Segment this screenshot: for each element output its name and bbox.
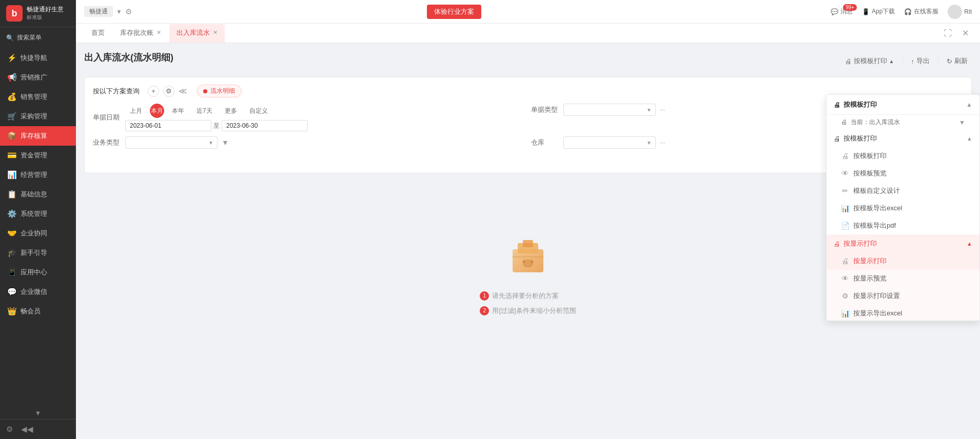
sidebar-item-app-center[interactable]: 📱 应用中心: [0, 263, 76, 282]
display-section-icon: 🖨: [834, 240, 840, 248]
trial-solution-button[interactable]: 体验行业方案: [427, 5, 481, 19]
date-from-input[interactable]: [125, 120, 211, 131]
empty-text: 1 请先选择要分析的方案 2 用[过滤]条件来缩小分析范围: [480, 290, 576, 317]
sidebar-item-vip[interactable]: 👑 畅会员: [0, 302, 76, 321]
tab-home[interactable]: 首页: [84, 24, 112, 43]
close-window-icon[interactable]: ✕: [959, 27, 972, 39]
user-name-display: 畅捷通: [84, 6, 113, 17]
date-shortcut-this-month[interactable]: 本月: [150, 104, 164, 118]
business-type-field: 业务类型 ▼: [93, 136, 525, 149]
business-type-chevron-icon[interactable]: ▼: [222, 138, 229, 147]
finance-icon: 💳: [7, 151, 16, 160]
add-filter-button[interactable]: +: [148, 86, 159, 97]
sidebar-item-inventory[interactable]: 📦 库存核算: [0, 126, 76, 146]
date-shortcut-custom[interactable]: 自定义: [245, 105, 272, 117]
date-shortcut-more[interactable]: 更多: [220, 105, 242, 117]
sidebar-item-guide[interactable]: 🎓 新手引导: [0, 243, 76, 263]
dropdown-item-template-preview[interactable]: 👁 按模板预览: [827, 165, 979, 182]
sidebar-item-enterprise[interactable]: 🤝 企业协同: [0, 224, 76, 243]
collapse-sidebar-icon[interactable]: ◀◀: [21, 425, 33, 434]
refresh-icon: ↻: [947, 57, 952, 65]
dropdown-header: 🖨 按模板打印 ▲: [827, 95, 979, 115]
display-section-chevron-icon: ▲: [967, 241, 972, 247]
date-shortcut-7days[interactable]: 近7天: [192, 105, 217, 117]
export-button[interactable]: ↑ 导出: [907, 54, 934, 68]
date-shortcut-last-month[interactable]: 上月: [125, 105, 147, 117]
dropdown-item-display-print[interactable]: 🖨 按显示打印: [827, 252, 979, 270]
avatar: [948, 5, 962, 19]
sidebar-item-basic[interactable]: 📋 基础信息: [0, 185, 76, 204]
sidebar-item-finance[interactable]: 💳 资金管理: [0, 146, 76, 165]
user-dropdown-chevron-icon[interactable]: ▼: [116, 8, 122, 15]
sidebar-search-area[interactable]: 🔍 搜索菜单: [0, 27, 76, 48]
dropdown-item-template-export-pdf[interactable]: 📄 按模板导出pdf: [827, 217, 979, 234]
purchase-icon: 🛒: [7, 112, 16, 121]
dropdown-item-display-print-settings[interactable]: ⚙ 按显示打印设置: [827, 287, 979, 305]
display-preview-icon: 👁: [841, 274, 849, 283]
refresh-button[interactable]: ↻ 刷新: [943, 54, 972, 68]
display-excel-icon: 📊: [841, 309, 849, 317]
settings-icon[interactable]: ⚙: [6, 425, 13, 434]
sidebar-item-operations[interactable]: 📊 经营管理: [0, 165, 76, 185]
dropdown-print-icon: 🖨: [834, 101, 840, 109]
dropdown-item-template-print[interactable]: 🖨 按模板打印: [827, 147, 979, 165]
filter-tag[interactable]: 流水明细: [197, 85, 242, 97]
sales-icon: 💰: [7, 92, 16, 102]
dropdown-template-header[interactable]: 🖨 按模板打印 ▲: [827, 130, 979, 147]
date-to-input[interactable]: [222, 120, 308, 131]
dropdown-item-template-customize[interactable]: ✏ 模板自定义设计: [827, 182, 979, 199]
tab-batch[interactable]: 库存批次账 ✕: [113, 24, 168, 43]
date-shortcut-this-year[interactable]: 本年: [167, 105, 189, 117]
dropdown-current-chevron-icon[interactable]: ▼: [959, 119, 965, 126]
dropdown-header-right: ▲: [966, 101, 972, 108]
dropdown-item-display-preview[interactable]: 👁 按显示预览: [827, 270, 979, 287]
dropdown-display-header[interactable]: 🖨 按显示打印 ▲: [827, 235, 979, 252]
bill-type-select[interactable]: [563, 104, 656, 116]
maximize-window-icon[interactable]: ⛶: [940, 28, 955, 39]
template-preview-icon: 👁: [841, 169, 849, 177]
app-download-button[interactable]: 📱 App下载: [862, 7, 895, 16]
app-center-icon: 📱: [7, 268, 16, 277]
topbar-gear-icon[interactable]: ⚙: [125, 7, 132, 16]
template-section-icon: 🖨: [834, 135, 840, 143]
sidebar-item-system[interactable]: ⚙️ 系统管理: [0, 204, 76, 224]
avatar-area[interactable]: Rit: [948, 5, 972, 19]
dropdown-chevron-up-icon[interactable]: ▲: [966, 101, 972, 108]
dropdown-item-display-export-excel[interactable]: 📊 按显示导出excel: [827, 305, 979, 321]
print-chevron-up-icon: ▲: [889, 58, 894, 64]
tab-batch-close-icon[interactable]: ✕: [156, 29, 161, 36]
sidebar-item-purchase[interactable]: 🛒 采购管理: [0, 107, 76, 126]
sidebar-item-quick-nav[interactable]: ⚡ 快捷导航: [0, 48, 76, 68]
tab-flow-close-icon[interactable]: ✕: [213, 29, 218, 36]
warehouse-select[interactable]: [563, 136, 656, 149]
app-name: 畅捷通好生意: [27, 6, 64, 14]
printer-icon: 🖨: [845, 57, 852, 65]
filter-settings-button[interactable]: ⚙: [163, 86, 174, 97]
search-menu-button[interactable]: 🔍 搜索菜单: [6, 31, 70, 44]
business-type-select[interactable]: [125, 136, 218, 149]
marketing-icon: 📢: [7, 73, 16, 82]
sidebar-item-wechat[interactable]: 💬 企业微信: [0, 282, 76, 302]
page-title: 出入库流水(流水明细): [84, 51, 173, 64]
empty-svg: [505, 234, 551, 280]
sidebar-item-marketing[interactable]: 📢 营销推广: [0, 68, 76, 87]
bill-type-label: 单据类型: [531, 105, 559, 114]
expand-filter-button[interactable]: ≪: [179, 86, 187, 96]
sidebar-item-sales[interactable]: 💰 销售管理: [0, 87, 76, 107]
print-dropdown-panel: 🖨 按模板打印 ▲ 🖨 当前：出入库流水 ▼: [826, 94, 980, 321]
print-template-button[interactable]: 🖨 按模板打印 ▲: [841, 54, 898, 68]
sidebar: b 畅捷通好生意 标准版 🔍 搜索菜单 ⚡ 快捷导航 📢 营销推广 💰 销售管理…: [0, 0, 76, 439]
dropdown-item-template-export-excel[interactable]: 📊 按模板导出excel: [827, 199, 979, 217]
online-service-button[interactable]: 🎧 在线客服: [904, 7, 938, 16]
message-icon: 💬: [831, 8, 838, 15]
sidebar-scroll-down[interactable]: ▼: [35, 409, 42, 417]
message-button[interactable]: 💬 消息 99+: [831, 7, 853, 16]
empty-step-2: 2 用[过滤]条件来缩小分析范围: [480, 305, 576, 316]
toolbar-divider-1: [903, 57, 903, 65]
current-label: 🖨 当前：出入库流水: [841, 118, 900, 127]
guide-icon: 🎓: [7, 248, 16, 257]
bill-type-more-icon[interactable]: ···: [660, 106, 665, 113]
warehouse-more-icon[interactable]: ···: [660, 139, 665, 146]
tab-flow[interactable]: 出入库流水 ✕: [169, 24, 225, 43]
enterprise-icon: 🤝: [7, 229, 16, 238]
